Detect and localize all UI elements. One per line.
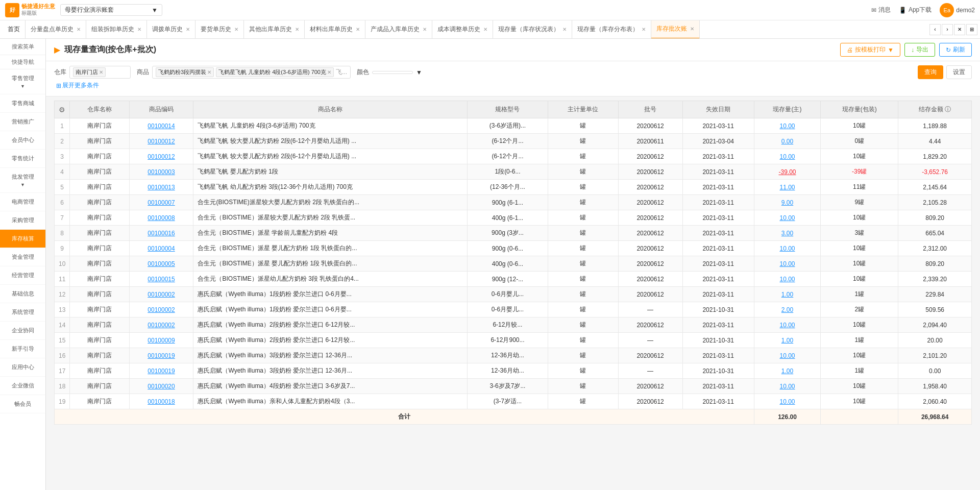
sidebar-item-enterprise[interactable]: 企业协同	[0, 322, 45, 340]
sidebar-item-sys-mgmt[interactable]: 系统管理	[0, 303, 45, 322]
tab-mix[interactable]: 调拨单历史 ✕	[147, 20, 195, 39]
tab-combo-close[interactable]: ✕	[137, 27, 141, 32]
row-qty-main[interactable]: 9.00	[754, 195, 821, 210]
user-menu[interactable]: Ea demo2	[940, 3, 975, 17]
row-qty-main[interactable]: 10.00	[754, 348, 821, 363]
column-settings-icon[interactable]: ⚙	[59, 106, 65, 114]
product-tag-2[interactable]: 飞鹤星飞帆 儿童奶粉 4段(3-6岁适用) 700克 ✕	[216, 67, 334, 77]
sidebar-item-finance[interactable]: 资金管理	[0, 248, 45, 266]
sidebar-item-purchase[interactable]: 采购管理	[0, 211, 45, 230]
expand-more-btn[interactable]: ⊞ 展开更多条件	[56, 81, 970, 90]
sidebar-item-ecommerce[interactable]: 电商管理	[0, 193, 45, 211]
query-btn[interactable]: 查询	[918, 65, 943, 79]
tab-req[interactable]: 要货单历史 ✕	[195, 20, 244, 39]
tab-nav-right[interactable]: ›	[942, 24, 953, 35]
row-code[interactable]: 00100004	[129, 241, 193, 256]
row-code[interactable]: 00100015	[129, 272, 193, 287]
row-qty-main[interactable]: 1.00	[754, 287, 821, 302]
row-qty-main[interactable]: 10.00	[754, 317, 821, 333]
sidebar-item-member[interactable]: 会员中心	[0, 131, 45, 150]
row-code[interactable]: 00100007	[129, 195, 193, 210]
tab-split-close[interactable]: ✕	[77, 27, 81, 32]
sidebar-search[interactable]: 搜索英单	[0, 39, 45, 55]
row-qty-main[interactable]: 10.00	[754, 118, 821, 134]
sidebar-item-app-center[interactable]: 应用中心	[0, 358, 45, 377]
row-code[interactable]: 00100012	[129, 149, 193, 164]
row-qty-main[interactable]: 10.00	[754, 379, 821, 394]
tab-material-out[interactable]: 材料出库单历史 ✕	[305, 20, 365, 39]
row-code[interactable]: 00100009	[129, 333, 193, 348]
tab-nav-close[interactable]: ✕	[954, 24, 965, 35]
row-code[interactable]: 00100018	[129, 394, 193, 409]
sidebar-item-retail-stats[interactable]: 零售统计	[0, 150, 45, 168]
row-code[interactable]: 00100008	[129, 210, 193, 226]
row-qty-main[interactable]: 1.00	[754, 333, 821, 348]
tab-product-in-close[interactable]: ✕	[423, 27, 427, 32]
row-code[interactable]: 00100002	[129, 287, 193, 302]
col-settings[interactable]: ⚙	[55, 101, 70, 118]
tab-cost-adj-close[interactable]: ✕	[483, 27, 487, 32]
tab-cost-adj[interactable]: 成本调整单历史 ✕	[432, 20, 493, 39]
row-code[interactable]: 00100019	[129, 363, 193, 379]
tab-stock-status[interactable]: 现存量（库存状况表） ✕	[493, 20, 572, 39]
row-code[interactable]: 00100003	[129, 164, 193, 180]
row-code[interactable]: 00100005	[129, 256, 193, 272]
account-dropdown[interactable]: 母婴行业演示账套 ▼	[60, 4, 162, 16]
sidebar-item-enterprise-wechat[interactable]: 企业微信	[0, 377, 45, 395]
row-code[interactable]: 00100014	[129, 118, 193, 134]
tab-combo[interactable]: 组装拆卸单历史 ✕	[86, 20, 147, 39]
sidebar-shortcut[interactable]: 快捷导航	[0, 55, 45, 69]
export-btn[interactable]: ↓ 导出	[904, 43, 935, 57]
row-code[interactable]: 00100019	[129, 348, 193, 363]
sidebar-item-operations[interactable]: 经营管理	[0, 266, 45, 285]
sidebar-item-retail-mall[interactable]: 零售商城	[0, 94, 45, 113]
row-qty-main[interactable]: 10.00	[754, 256, 821, 272]
sidebar-item-wholesale[interactable]: 批发管理 ▼	[0, 168, 45, 193]
tab-nav-left[interactable]: ‹	[929, 24, 941, 35]
row-code[interactable]: 00100002	[129, 302, 193, 317]
warehouse-tag-close[interactable]: ✕	[99, 69, 103, 75]
color-tag-group[interactable]	[372, 71, 413, 74]
row-qty-main[interactable]: 10.00	[754, 149, 821, 164]
row-code[interactable]: 00100020	[129, 379, 193, 394]
row-qty-main[interactable]: 2.00	[754, 302, 821, 317]
row-code[interactable]: 00100012	[129, 134, 193, 149]
tab-batch[interactable]: 库存批次账 ✕	[651, 20, 700, 39]
row-code[interactable]: 00100016	[129, 226, 193, 241]
messages-btn[interactable]: ✉ 消息	[871, 6, 891, 14]
tab-nav-menu[interactable]: ⊞	[966, 24, 977, 35]
product-tag-1-close[interactable]: ✕	[207, 69, 211, 75]
product-tag-1[interactable]: 飞鹤奶粉3段丙摆装 ✕	[156, 67, 214, 77]
setting-btn[interactable]: 设置	[946, 65, 972, 79]
sidebar-item-new-guide[interactable]: 新手引导	[0, 340, 45, 358]
row-qty-main[interactable]: 10.00	[754, 394, 821, 409]
row-qty-main[interactable]: 3.00	[754, 226, 821, 241]
tab-batch-close[interactable]: ✕	[690, 26, 694, 32]
color-dropdown-icon[interactable]: ▼	[416, 69, 422, 76]
row-code[interactable]: 00100002	[129, 317, 193, 333]
tab-stock-dist[interactable]: 现存量（库存分布表） ✕	[572, 20, 651, 39]
sidebar-item-stock-check[interactable]: 库存核算	[0, 230, 45, 248]
refresh-btn[interactable]: ↻ 刷新	[939, 43, 972, 57]
row-qty-main[interactable]: -39.00	[754, 164, 821, 180]
tab-other-out[interactable]: 其他出库单历史 ✕	[244, 20, 305, 39]
product-tag-group[interactable]: 飞鹤奶粉3段丙摆装 ✕ 飞鹤星飞帆 儿童奶粉 4段(3-6岁适用) 700克 ✕…	[152, 66, 351, 79]
tab-other-out-close[interactable]: ✕	[295, 27, 299, 32]
tab-stock-dist-close[interactable]: ✕	[642, 27, 646, 32]
tab-stock-status-close[interactable]: ✕	[562, 27, 567, 32]
row-qty-main[interactable]: 10.00	[754, 210, 821, 226]
row-qty-main[interactable]: 10.00	[754, 241, 821, 256]
sidebar-item-vip-member[interactable]: 畅会员	[0, 395, 45, 413]
expand-panel-btn[interactable]: ▶	[54, 45, 60, 55]
row-qty-main[interactable]: 1.00	[754, 363, 821, 379]
row-qty-main[interactable]: 11.00	[754, 180, 821, 195]
tab-material-out-close[interactable]: ✕	[356, 27, 360, 32]
tab-product-in[interactable]: 产成品入库单历史 ✕	[365, 20, 432, 39]
sidebar-item-basic-info[interactable]: 基础信息	[0, 285, 45, 303]
row-code[interactable]: 00100013	[129, 180, 193, 195]
sidebar-item-marketing[interactable]: 营销推广	[0, 113, 45, 131]
app-download-btn[interactable]: 📱 App下载	[899, 6, 932, 14]
warehouse-tag-group[interactable]: 南岸门店 ✕	[69, 66, 131, 79]
tab-mix-close[interactable]: ✕	[186, 27, 190, 32]
tab-home[interactable]: 首页	[3, 20, 26, 39]
